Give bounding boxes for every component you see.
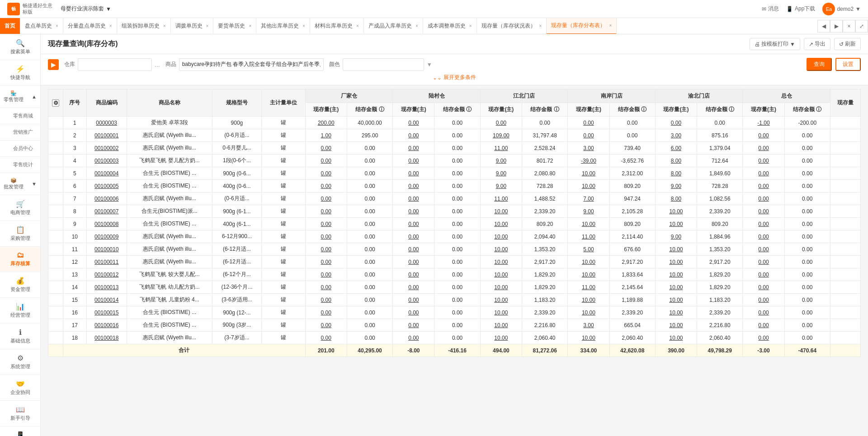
sidebar-item-finance[interactable]: 💰资金管理 <box>0 272 40 298</box>
user-menu[interactable]: Ea demo2 ▼ <box>822 3 861 15</box>
table-row: 14 00100013 飞鹤星飞帆 幼儿配方奶... (12-36个月... 罐… <box>48 281 861 294</box>
footer-cj-amt: 40,295.00 <box>347 344 392 357</box>
tab-home[interactable]: 首页 <box>0 18 20 34</box>
finance-icon: 💰 <box>2 277 38 285</box>
tab-other-out[interactable]: 其他出库单历史 × <box>256 18 310 34</box>
phone-icon: 📱 <box>786 6 793 12</box>
color-input[interactable] <box>343 58 424 71</box>
tab-stock-status[interactable]: 现存量（库存状况表） × <box>477 18 547 34</box>
table-row: 5 00100004 合生元 (BIOSTIME) ... 900g (0-6.… <box>48 167 861 180</box>
nav-left-btn[interactable]: ◀ <box>817 20 830 33</box>
footer-yb-qty: 390.00 <box>655 344 697 357</box>
app-download-btn[interactable]: 📱 App下载 <box>786 5 815 13</box>
sidebar-item-retail[interactable]: 🏪 零售管理 ▲ <box>0 86 40 108</box>
table-row: 8 00100007 合生元(BIOSTIME)派... 900g (6-1..… <box>48 205 861 218</box>
sidebar-item-collab[interactable]: 🤝企业协同 <box>0 375 40 401</box>
th-na-qty: 现存量(主) <box>568 103 609 117</box>
tab-product-in[interactable]: 产成品入库单历史 × <box>364 18 423 34</box>
sidebar-item-member[interactable]: 会员中心 <box>0 141 40 157</box>
sidebar: 🔍搜索英单 ⚡快捷导航 🏪 零售管理 ▲ 零售商城 营销推广 会员中心 零售统计… <box>0 34 41 436</box>
chevron-down-icon4: ▼ <box>790 41 795 47</box>
th-settings[interactable]: ⚙ <box>48 89 63 117</box>
tab-split-inventory[interactable]: 分量盘点单历史 × <box>63 18 117 34</box>
tab-cost-adjust[interactable]: 成本调整单历史 × <box>423 18 477 34</box>
header-actions: 🖨 按模板打印 ▼ ↗ 导出 ↺ 刷新 <box>750 38 861 50</box>
close-icon10[interactable]: × <box>539 23 542 28</box>
table-row: 6 00100005 合生元 (BIOSTIME) ... 400g (0-6.… <box>48 180 861 192</box>
th-zc-qty: 现存量(主) <box>743 103 784 117</box>
table-row: 2 00100001 惠氏启赋 (Wyeth illu... (0-6月适...… <box>48 129 861 142</box>
tab-transfer[interactable]: 调拨单历史 × <box>171 18 214 34</box>
nav-fullscreen-btn[interactable]: ⤢ <box>855 20 868 33</box>
main-content: 现存量查询(库存分布) 🖨 按模板打印 ▼ ↗ 导出 ↺ 刷新 <box>41 34 868 436</box>
sidebar-item-ops[interactable]: 📊经营管理 <box>0 298 40 323</box>
tab-inventory-check[interactable]: 盘点单历史 × <box>20 18 63 34</box>
sidebar-item-retail-stat[interactable]: 零售统计 <box>0 157 40 173</box>
close-icon6[interactable]: × <box>302 23 305 28</box>
close-icon7[interactable]: × <box>356 23 359 28</box>
th-zc-amt: 结存金额 ⓘ <box>784 103 830 117</box>
chevron-down-icon5: ⌄⌄ <box>433 75 442 81</box>
sidebar-item-shop[interactable]: 零售商城 <box>0 108 40 124</box>
close-icon3[interactable]: × <box>163 23 166 28</box>
filter-expand-btn[interactable]: ▶ <box>48 59 59 70</box>
export-btn[interactable]: ↗ 导出 <box>804 38 830 50</box>
close-icon4[interactable]: × <box>206 23 209 28</box>
sidebar-item-wholesale[interactable]: 📦 批发管理 ▼ <box>0 173 40 195</box>
filter-row: ▶ 仓库 ... 商品 颜色 ▼ 查询 设置 <box>48 58 861 71</box>
table-row: 12 00100011 惠氏启赋 (Wyeth illu... (6-12月适.… <box>48 256 861 268</box>
th-unit: 主计量单位 <box>261 89 305 117</box>
close-icon2[interactable]: × <box>109 23 112 28</box>
tab-assembly[interactable]: 组装拆卸单历史 × <box>117 18 171 34</box>
tab-demand[interactable]: 要货单历史 × <box>213 18 256 34</box>
close-icon8[interactable]: × <box>415 23 418 28</box>
warehouse-input[interactable] <box>78 58 152 71</box>
footer-jb-qty: 494.00 <box>480 344 522 357</box>
sidebar-item-inventory[interactable]: 🗂库存核算 <box>0 247 40 272</box>
th-cj-amt: 结存金额 ⓘ <box>347 103 392 117</box>
query-btn[interactable]: 查询 <box>807 58 832 71</box>
th-code: 商品编码 <box>86 89 127 117</box>
sidebar-item-marketing[interactable]: 营销推广 <box>0 124 40 141</box>
filter-color: 颜色 ▼ <box>329 58 432 71</box>
th-cj-qty: 现存量(主) <box>305 103 347 117</box>
table-row: 15 00100014 飞鹤星飞帆 儿童奶粉 4... (3-6岁适用... 罐… <box>48 294 861 306</box>
table-row: 9 00100008 合生元 (BIOSTIME) ... 400g (6-1.… <box>48 218 861 230</box>
industry-selector[interactable]: 母婴行业演示陈套 ▼ <box>61 5 111 13</box>
refresh-btn[interactable]: ↺ 刷新 <box>834 38 861 50</box>
th-lc-qty: 现存量(主) <box>393 103 434 117</box>
tab-material-out[interactable]: 材料出库单历史 × <box>310 18 364 34</box>
nav-close-btn[interactable]: × <box>843 20 855 33</box>
goods-input[interactable] <box>179 58 324 71</box>
footer-yb-amt: 49,798.29 <box>697 344 743 357</box>
tab-stock-dist[interactable]: 现存量（库存分布表） × <box>547 18 617 34</box>
inventory-icon: 🗂 <box>2 251 38 259</box>
avatar: Ea <box>822 3 835 15</box>
sidebar-item-system[interactable]: ⚙系统管理 <box>0 349 40 375</box>
nav-right-btn[interactable]: ▶ <box>830 20 843 33</box>
sidebar-item-purchase[interactable]: 📋采购管理 <box>0 221 40 247</box>
th-name: 商品名称 <box>127 89 212 117</box>
close-icon[interactable]: × <box>56 23 58 28</box>
sidebar-item-apps[interactable]: 📱应用中心 <box>0 427 40 436</box>
expand-more-btn[interactable]: ⌄⌄ 展开更多条件 <box>433 74 476 81</box>
close-icon5[interactable]: × <box>249 23 251 28</box>
table-row: 4 00100003 飞鹤星飞帆 婴儿配方奶... 1段(0-6个... 罐 0… <box>48 155 861 167</box>
th-yb-qty: 现存量(主) <box>655 103 697 117</box>
sidebar-item-guide[interactable]: 📖新手引导 <box>0 401 40 427</box>
close-icon11[interactable]: × <box>609 23 612 28</box>
close-icon9[interactable]: × <box>469 23 472 28</box>
chevron-down-icon2: ▼ <box>855 6 861 12</box>
sidebar-item-nav[interactable]: ⚡快捷导航 <box>0 60 40 86</box>
table-area[interactable]: ⚙ 序号 商品编码 商品名称 规格型号 主计量单位 厂家仓 陆村仓 江北门店 南… <box>41 85 868 436</box>
filter-goods: 商品 <box>165 58 324 71</box>
print-btn[interactable]: 🖨 按模板打印 ▼ <box>750 38 800 50</box>
table-row: 11 00100010 惠氏启赋 (Wyeth illu... (6-12月适.… <box>48 243 861 256</box>
sidebar-item-search[interactable]: 🔍搜索英单 <box>0 34 40 60</box>
table-row: 13 00100012 飞鹤星飞帆 较大婴儿配... (6-12个月... 罐 … <box>48 268 861 281</box>
message-btn[interactable]: ✉ 消息 <box>762 5 779 13</box>
chevron-up-icon: ▲ <box>32 94 37 99</box>
settings-btn[interactable]: 设置 <box>835 58 861 71</box>
sidebar-item-ecom[interactable]: 🛒电商管理 <box>0 195 40 221</box>
sidebar-item-base[interactable]: ℹ基础信息 <box>0 323 40 349</box>
